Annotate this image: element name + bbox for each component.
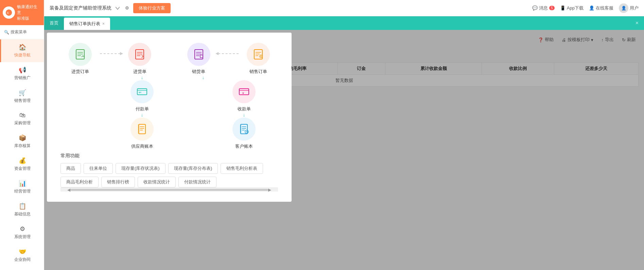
svg-rect-34: [241, 124, 247, 134]
spacer2: [162, 75, 183, 80]
spacer3: [162, 112, 224, 118]
receipt-circle: ¥: [232, 80, 256, 103]
tab-sales-order-exec[interactable]: 销售订单执行表 ×: [64, 18, 110, 30]
sys-manage-icon: ⚙: [20, 225, 25, 233]
message-button[interactable]: 💬 消息 5: [532, 5, 555, 11]
spacer-left: [60, 75, 101, 80]
search-menu-button[interactable]: 🔍 搜索菜单: [3, 28, 41, 36]
sidebar-item-finance[interactable]: 💰 资金管理: [0, 153, 44, 176]
settings-icon[interactable]: ⚙: [125, 5, 129, 11]
flow-node-sales-slip[interactable]: 销货单: [179, 43, 219, 75]
sidebar-item-newbie[interactable]: 🌱 新手引导: [0, 267, 44, 270]
customer-ledger-label: 客户账本: [235, 143, 253, 149]
tab-home[interactable]: 首页: [44, 16, 64, 30]
svg-rect-33: [138, 125, 139, 133]
purchase-slip-circle: [128, 43, 151, 66]
scroll-right-btn[interactable]: ▶: [268, 187, 271, 192]
flow-node-receipt[interactable]: ¥ 收款单: [224, 80, 264, 112]
search-icon: 🔍: [4, 30, 9, 35]
online-service-button[interactable]: 👤 在线客服: [589, 5, 613, 11]
purchase-order-circle: [69, 43, 92, 66]
purchase-slip-label: 进货单: [133, 69, 146, 75]
dashed-arrow-left-1: [218, 53, 239, 54]
user-menu[interactable]: 👤 用户: [619, 3, 639, 13]
sidebar-item-base-info[interactable]: 📋 基础信息: [0, 198, 44, 221]
svg-rect-6: [136, 50, 144, 59]
btn-product-profit[interactable]: 商品毛利分析: [60, 177, 99, 187]
flow-node-customer-ledger[interactable]: 客户账本: [224, 118, 264, 149]
purchase-order-label: 进货订单: [71, 69, 89, 75]
experience-btn[interactable]: 体验行业方案: [133, 3, 171, 13]
service-icon: 👤: [589, 5, 594, 11]
arrow-down-receipt: ↓: [224, 112, 264, 118]
common-functions-title: 常用功能: [60, 153, 278, 159]
down-arrow-payment: ↓: [122, 112, 162, 118]
quick-guide-overlay: 进货订单: [44, 30, 644, 270]
flow-node-purchase-order[interactable]: 进货订单: [60, 43, 100, 75]
arrow-down-payment: ↓: [122, 112, 162, 118]
svg-text:¥: ¥: [242, 91, 244, 95]
sidebar-item-enterprise[interactable]: 🤝 企业协同: [0, 244, 44, 267]
supplier-ledger-circle: [130, 118, 154, 141]
btn-sales-profit-table[interactable]: 销售毛利分析表: [221, 163, 263, 174]
dashed-arrow-right-1: [100, 53, 120, 54]
sidebar-item-quick-guide[interactable]: 🏠 快捷导航: [0, 39, 44, 62]
logo-text: 畅康通好生意 标准版: [17, 4, 41, 21]
sidebar-nav: 🏠 快捷导航 📢 营销推广 🛒 销售管理 🛍 采购管理 📦 库存核算 💰: [0, 39, 44, 270]
scroll-left-btn[interactable]: ◀: [67, 187, 70, 192]
main-area: 装备及固定资产辅助管理系统 ⚙ 体验行业方案 💬 消息 5 📱 App下载 👤: [44, 0, 644, 270]
btn-receipt-stats[interactable]: 收款情况统计: [138, 177, 176, 187]
sidebar-item-sales[interactable]: 🛒 销售管理: [0, 85, 44, 108]
flow-down-arrows: ↓ ↓: [60, 75, 278, 80]
spacer-arrow: [101, 75, 122, 80]
system-dropdown[interactable]: [116, 6, 120, 10]
btn-stock-dist[interactable]: 现存量(库存分布表): [168, 163, 218, 174]
flow-row-3: 供应商账本: [122, 118, 278, 149]
sales-order-label: 销售订单: [249, 69, 267, 75]
sales-order-circle: [247, 43, 270, 66]
flow-node-supplier-ledger[interactable]: 供应商账本: [122, 118, 162, 149]
receipt-label: 收款单: [238, 106, 251, 112]
payment-circle: ¥: [130, 80, 154, 103]
sidebar-item-inventory[interactable]: 📦 库存核算: [0, 130, 44, 153]
sidebar: 6 畅康通好生意 标准版 🔍 搜索菜单 🏠 快捷导航 📢 营销推广 �: [0, 0, 44, 270]
btn-sales-rank[interactable]: 销售排行榜: [101, 177, 135, 187]
sales-slip-circle: [187, 43, 210, 66]
home-icon: 🏠: [19, 43, 26, 51]
tab-bar: 首页 销售订单执行表 × ×: [44, 16, 644, 30]
app-download-button[interactable]: 📱 App下载: [560, 5, 584, 11]
flow-node-payment[interactable]: ¥ 付款单: [122, 80, 162, 112]
sales-slip-label: 销货单: [192, 69, 205, 75]
btn-stock-status[interactable]: 现存量(库存状况表): [116, 163, 166, 174]
message-badge: 5: [549, 6, 555, 10]
btn-payment-stats[interactable]: 付款情况统计: [178, 177, 216, 187]
svg-rect-2: [76, 50, 84, 59]
svg-rect-29: [139, 124, 145, 134]
btn-counterparty[interactable]: 往来单位: [84, 163, 113, 174]
scroll-track: ◀ ▶: [60, 187, 278, 192]
tab-bar-close-button[interactable]: ×: [630, 20, 644, 26]
function-buttons: 商品 往来单位 现存量(库存状况表) 现存量(库存分布表) 销售毛利分析表 商品…: [60, 163, 278, 187]
sidebar-search[interactable]: 🔍 搜索菜单: [0, 25, 44, 39]
scroll-thumb[interactable]: [70, 189, 268, 191]
sidebar-item-operations[interactable]: 📊 经营管理: [0, 176, 44, 198]
sidebar-item-purchase[interactable]: 🛍 采购管理: [0, 108, 44, 130]
svg-rect-14: [200, 55, 203, 58]
tab-close-button[interactable]: ×: [102, 21, 105, 26]
down-arrow-purchase: ↓: [122, 75, 162, 80]
system-title: 装备及固定资产辅助管理系统: [50, 5, 111, 11]
purchase-icon: 🛍: [19, 112, 25, 119]
flow-node-purchase-slip[interactable]: 进货单: [120, 43, 160, 75]
arrow-down-purchase: ↓: [122, 75, 162, 80]
topbar: 装备及固定资产辅助管理系统 ⚙ 体验行业方案 💬 消息 5 📱 App下载 👤: [44, 0, 644, 16]
flow-node-sales-order[interactable]: 销售订单: [239, 43, 278, 75]
sidebar-item-marketing[interactable]: 📢 营销推广: [0, 62, 44, 85]
flow-down-arrows-2: ↓ ↓: [122, 112, 278, 118]
btn-product[interactable]: 商品: [60, 163, 81, 174]
message-icon: 💬: [532, 5, 538, 11]
svg-rect-38: [240, 125, 241, 133]
arrow-down-sales: ↓: [183, 75, 224, 80]
sidebar-item-sys-manage[interactable]: ⚙ 系统管理: [0, 221, 44, 244]
flow-row-1: 进货订单: [60, 43, 278, 75]
customer-ledger-circle: [232, 118, 256, 141]
